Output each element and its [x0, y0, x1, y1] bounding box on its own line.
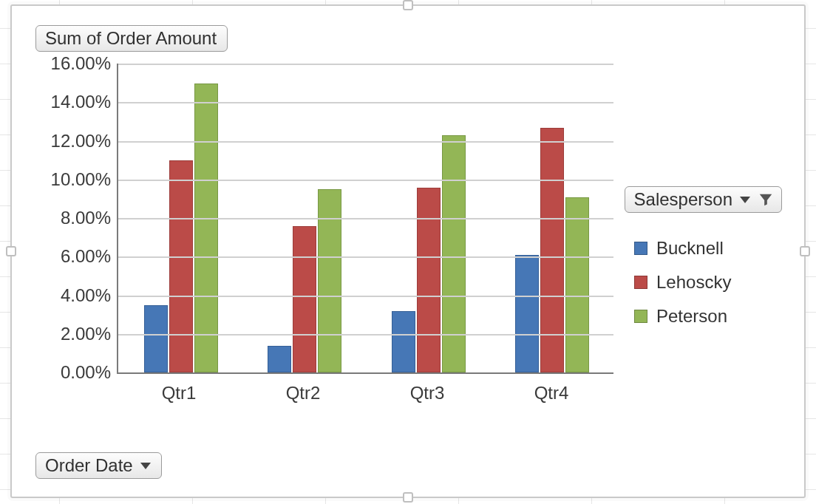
grid-line — [118, 218, 613, 219]
grid-line — [118, 296, 613, 297]
plot — [117, 64, 613, 374]
y-tick-label: 14.00% — [37, 92, 111, 112]
legend-swatch — [634, 242, 647, 255]
pivot-chart-object[interactable]: Sum of Order Amount Order Date Salespers… — [10, 4, 806, 498]
bar[interactable] — [392, 311, 415, 372]
x-tick-label: Qtr2 — [241, 377, 365, 403]
y-tick-label: 6.00% — [37, 246, 111, 267]
y-axis: 0.00%2.00%4.00%6.00%8.00%10.00%12.00%14.… — [37, 64, 117, 374]
y-tick-label: 10.00% — [37, 169, 111, 190]
bar[interactable] — [540, 128, 564, 372]
resize-handle-w[interactable] — [6, 246, 16, 256]
bar[interactable] — [515, 255, 539, 372]
y-tick-label: 16.00% — [37, 53, 111, 74]
bar[interactable] — [417, 188, 441, 372]
y-tick-label: 4.00% — [37, 285, 111, 306]
grid-line — [118, 64, 613, 65]
bar[interactable] — [194, 84, 218, 372]
grid-line — [118, 141, 613, 143]
y-tick-label: 8.00% — [37, 208, 111, 228]
resize-handle-s[interactable] — [403, 492, 413, 503]
x-tick-label: Qtr1 — [117, 377, 241, 403]
y-tick-label: 0.00% — [37, 362, 111, 383]
legend: BucknellLehosckyPeterson — [634, 225, 782, 340]
x-tick-label: Qtr3 — [365, 377, 489, 403]
grid-line — [118, 334, 613, 336]
legend-label: Bucknell — [656, 238, 724, 259]
legend-item[interactable]: Peterson — [634, 306, 782, 327]
filter-funnel-icon — [758, 191, 774, 208]
plot-area: 0.00%2.00%4.00%6.00%8.00%10.00%12.00%14.… — [37, 64, 613, 411]
bar[interactable] — [442, 135, 466, 372]
bar[interactable] — [144, 305, 168, 372]
bar[interactable] — [293, 226, 316, 372]
y-tick-label: 12.00% — [37, 131, 111, 151]
bar[interactable] — [268, 346, 291, 372]
axis-field-label: Order Date — [45, 455, 133, 476]
values-field-button[interactable]: Sum of Order Amount — [35, 25, 228, 52]
legend-label: Peterson — [656, 306, 727, 327]
x-axis-labels: Qtr1Qtr2Qtr3Qtr4 — [117, 377, 613, 403]
resize-handle-e[interactable] — [800, 246, 810, 256]
legend-field-label: Salesperson — [634, 189, 732, 210]
legend-swatch — [634, 276, 647, 289]
bar[interactable] — [169, 160, 193, 372]
grid-line — [118, 256, 613, 258]
bar[interactable] — [318, 189, 341, 372]
resize-handle-n[interactable] — [403, 0, 413, 10]
grid-line — [118, 102, 613, 103]
legend-field-button[interactable]: Salesperson — [625, 186, 782, 213]
grid-line — [118, 180, 613, 181]
legend-label: Lehoscky — [656, 272, 731, 293]
axis-field-button[interactable]: Order Date — [35, 452, 162, 479]
y-tick-label: 2.00% — [37, 324, 111, 344]
legend-item[interactable]: Lehoscky — [634, 272, 782, 293]
chevron-down-icon — [740, 197, 750, 203]
x-tick-label: Qtr4 — [489, 377, 613, 403]
values-field-label: Sum of Order Amount — [45, 28, 217, 49]
legend-item[interactable]: Bucknell — [634, 238, 782, 259]
chevron-down-icon — [140, 463, 151, 469]
legend-swatch — [634, 310, 647, 323]
bar[interactable] — [565, 197, 589, 372]
